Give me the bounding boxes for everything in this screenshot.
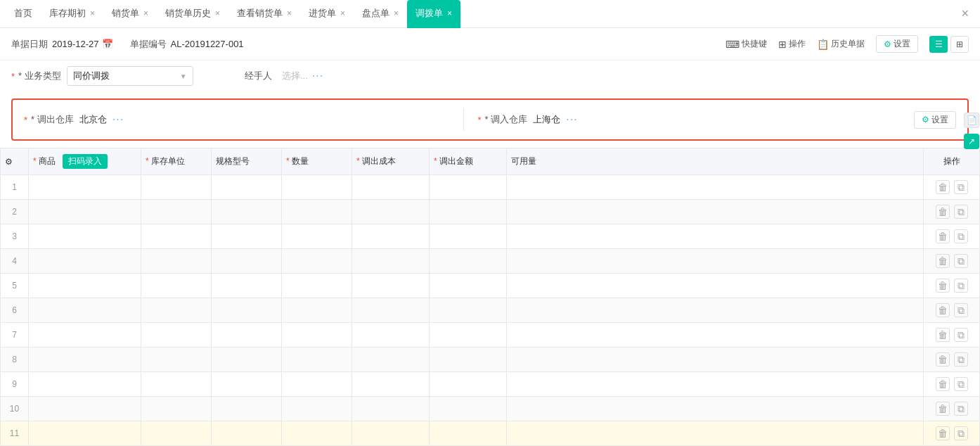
- delete-icon-1[interactable]: 🗑: [936, 180, 950, 194]
- row-qty-5[interactable]: [282, 274, 352, 298]
- tab-inventory-init[interactable]: 库存期初 ×: [41, 0, 103, 28]
- row-available-7[interactable]: [507, 323, 924, 348]
- row-unit-4[interactable]: [141, 249, 212, 274]
- scan-button[interactable]: 扫码录入: [63, 154, 108, 169]
- row-product-1[interactable]: [29, 175, 141, 200]
- row-spec-5[interactable]: [212, 274, 282, 298]
- row-unit-11[interactable]: [141, 421, 212, 446]
- row-unit-9[interactable]: [141, 372, 212, 397]
- row-available-6[interactable]: [507, 298, 924, 323]
- delete-icon-8[interactable]: 🗑: [936, 352, 950, 367]
- row-spec-1[interactable]: [212, 175, 282, 200]
- sidebar-export-icon[interactable]: ↗: [964, 134, 979, 149]
- row-spec-4[interactable]: [212, 249, 282, 274]
- row-unit-2[interactable]: [141, 200, 212, 224]
- row-qty-8[interactable]: [282, 348, 352, 372]
- tab-sales-history[interactable]: 销货单历史 ×: [157, 0, 228, 28]
- tab-stocktake[interactable]: 盘点单 ×: [354, 0, 407, 28]
- row-spec-7[interactable]: [212, 323, 282, 348]
- row-unit-3[interactable]: [141, 224, 212, 249]
- row-amount-7[interactable]: [430, 323, 507, 348]
- row-available-2[interactable]: [507, 200, 924, 224]
- close-tab-view-sales[interactable]: ×: [287, 8, 292, 18]
- close-tab-sales-history[interactable]: ×: [215, 8, 220, 18]
- delete-icon-2[interactable]: 🗑: [936, 205, 950, 219]
- row-cost-11[interactable]: [352, 421, 430, 446]
- history-btn[interactable]: 📋 历史单据: [817, 38, 865, 50]
- row-cost-9[interactable]: [352, 372, 430, 397]
- row-cost-8[interactable]: [352, 348, 430, 372]
- row-amount-6[interactable]: [430, 298, 507, 323]
- row-product-3[interactable]: [29, 224, 141, 249]
- tab-purchase[interactable]: 进货单 ×: [300, 0, 354, 28]
- col-gear-icon[interactable]: ⚙: [5, 157, 13, 167]
- row-cost-3[interactable]: [352, 224, 430, 249]
- row-amount-1[interactable]: [430, 175, 507, 200]
- close-tab-inventory-init[interactable]: ×: [90, 8, 95, 18]
- row-product-6[interactable]: [29, 298, 141, 323]
- row-amount-11[interactable]: [430, 421, 507, 446]
- agent-select[interactable]: 选择...: [282, 70, 308, 82]
- row-product-10[interactable]: [29, 397, 141, 421]
- operations-btn[interactable]: ⊞ 操作: [778, 38, 806, 50]
- row-amount-4[interactable]: [430, 249, 507, 274]
- row-unit-1[interactable]: [141, 175, 212, 200]
- row-cost-7[interactable]: [352, 323, 430, 348]
- row-spec-2[interactable]: [212, 200, 282, 224]
- delete-icon-7[interactable]: 🗑: [936, 328, 950, 342]
- row-available-8[interactable]: [507, 348, 924, 372]
- agent-dots-btn[interactable]: ···: [312, 70, 323, 82]
- warehouse-in-value[interactable]: 上海仓: [533, 113, 560, 126]
- row-qty-7[interactable]: [282, 323, 352, 348]
- row-qty-11[interactable]: [282, 421, 352, 446]
- row-product-4[interactable]: [29, 249, 141, 274]
- close-tab-stocktake[interactable]: ×: [394, 8, 399, 18]
- row-amount-3[interactable]: [430, 224, 507, 249]
- row-unit-5[interactable]: [141, 274, 212, 298]
- delete-icon-5[interactable]: 🗑: [936, 279, 950, 293]
- row-spec-10[interactable]: [212, 397, 282, 421]
- row-amount-8[interactable]: [430, 348, 507, 372]
- row-spec-8[interactable]: [212, 348, 282, 372]
- delete-icon-11[interactable]: 🗑: [936, 426, 950, 440]
- warehouse-out-dots[interactable]: ···: [112, 113, 124, 126]
- delete-icon-4[interactable]: 🗑: [936, 254, 950, 268]
- row-qty-6[interactable]: [282, 298, 352, 323]
- delete-icon-10[interactable]: 🗑: [936, 402, 950, 416]
- row-cost-1[interactable]: [352, 175, 430, 200]
- layout-list-button[interactable]: ☰: [929, 36, 948, 53]
- shortcuts-btn[interactable]: ⌨ 快捷键: [726, 38, 767, 50]
- tab-transfer[interactable]: 调拨单 ×: [407, 0, 460, 28]
- row-qty-3[interactable]: [282, 224, 352, 249]
- tab-view-sales[interactable]: 查看销货单 ×: [228, 0, 300, 28]
- row-cost-4[interactable]: [352, 249, 430, 274]
- row-qty-4[interactable]: [282, 249, 352, 274]
- row-unit-7[interactable]: [141, 323, 212, 348]
- row-available-1[interactable]: [507, 175, 924, 200]
- row-available-11[interactable]: [507, 421, 924, 446]
- row-product-2[interactable]: [29, 200, 141, 224]
- calendar-icon[interactable]: 📅: [102, 39, 113, 49]
- row-cost-6[interactable]: [352, 298, 430, 323]
- delete-icon-9[interactable]: 🗑: [936, 377, 950, 391]
- close-tab-transfer[interactable]: ×: [447, 8, 452, 18]
- row-available-3[interactable]: [507, 224, 924, 249]
- row-qty-1[interactable]: [282, 175, 352, 200]
- row-cost-10[interactable]: [352, 397, 430, 421]
- row-product-11[interactable]: [29, 421, 141, 446]
- row-unit-8[interactable]: [141, 348, 212, 372]
- row-spec-9[interactable]: [212, 372, 282, 397]
- row-cost-5[interactable]: [352, 274, 430, 298]
- delete-icon-6[interactable]: 🗑: [936, 303, 950, 317]
- sidebar-doc-icon[interactable]: 📄: [964, 113, 979, 128]
- row-unit-6[interactable]: [141, 298, 212, 323]
- row-qty-10[interactable]: [282, 397, 352, 421]
- close-tab-sales-order[interactable]: ×: [143, 8, 148, 18]
- warehouse-in-dots[interactable]: ···: [566, 113, 577, 126]
- row-unit-10[interactable]: [141, 397, 212, 421]
- row-amount-5[interactable]: [430, 274, 507, 298]
- row-available-9[interactable]: [507, 372, 924, 397]
- row-amount-9[interactable]: [430, 372, 507, 397]
- tab-home[interactable]: 首页: [6, 0, 41, 28]
- row-product-9[interactable]: [29, 372, 141, 397]
